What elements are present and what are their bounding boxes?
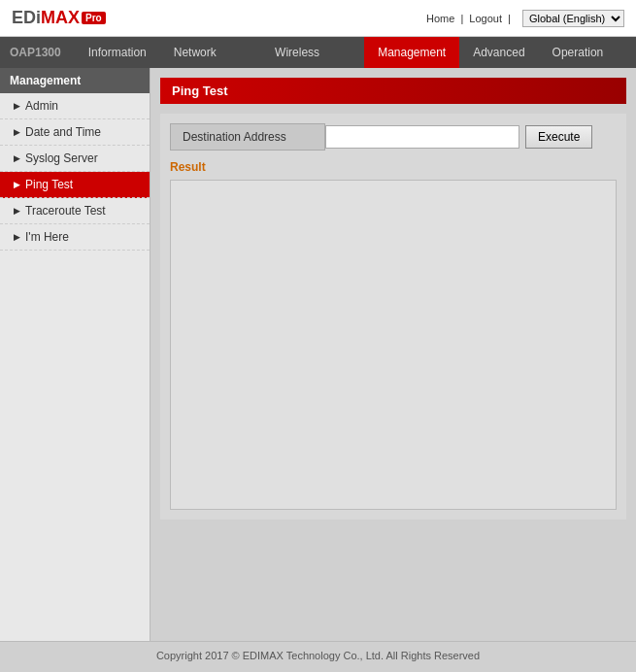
sidebar-header: Management — [0, 68, 150, 93]
content-inner: Destination Address Execute Result — [160, 114, 626, 520]
sidebar-label-traceroute-test: Traceroute Test — [25, 204, 106, 218]
sidebar-label-ping-test: Ping Test — [25, 178, 73, 191]
sidebar-item-traceroute-test[interactable]: ▶ Traceroute Test — [0, 198, 150, 224]
navbar: OAP1300 Information Network Settings Wir… — [0, 37, 636, 68]
sidebar-item-syslog-server[interactable]: ▶ Syslog Server — [0, 146, 150, 172]
nav-management[interactable]: Management — [364, 37, 459, 68]
sidebar-item-admin[interactable]: ▶ Admin — [0, 93, 150, 119]
sidebar-item-im-here[interactable]: ▶ I'm Here — [0, 224, 150, 251]
sep2: | — [508, 13, 511, 24]
page-title: Ping Test — [160, 78, 626, 104]
language-select[interactable]: Global (English) — [522, 10, 624, 27]
destination-address-row: Destination Address Execute — [170, 123, 617, 151]
logo-area: EDiMAX Pro — [12, 8, 106, 28]
sidebar-label-admin: Admin — [25, 99, 58, 113]
nav-advanced[interactable]: Advanced — [459, 37, 538, 68]
nav-information[interactable]: Information — [75, 37, 160, 68]
logo-pro: Pro — [82, 12, 106, 24]
logo: EDiMAX — [12, 8, 80, 28]
device-name: OAP1300 — [10, 46, 75, 59]
sidebar-label-syslog-server: Syslog Server — [25, 151, 98, 165]
arrow-icon: ▶ — [14, 127, 20, 137]
arrow-icon: ▶ — [14, 232, 20, 242]
destination-address-label: Destination Address — [170, 123, 325, 151]
nav-operation-mode[interactable]: Operation Mode — [539, 37, 636, 68]
nav-wireless-settings[interactable]: Wireless Settings — [261, 37, 364, 68]
header-links: Home | Logout | Global (English) — [426, 10, 624, 27]
destination-address-input[interactable] — [325, 125, 519, 149]
result-label: Result — [170, 160, 617, 174]
footer-text: Copyright 2017 © EDIMAX Technology Co., … — [156, 650, 480, 661]
sidebar-item-ping-test[interactable]: ▶ Ping Test — [0, 172, 150, 198]
arrow-icon: ▶ — [14, 153, 20, 163]
sidebar: Management ▶ Admin ▶ Date and Time ▶ Sys… — [0, 68, 151, 641]
sidebar-label-date-and-time: Date and Time — [25, 125, 101, 139]
sidebar-item-date-and-time[interactable]: ▶ Date and Time — [0, 119, 150, 146]
content: Ping Test Destination Address Execute Re… — [151, 68, 636, 641]
sidebar-label-im-here: I'm Here — [25, 230, 69, 244]
header: EDiMAX Pro Home | Logout | Global (Engli… — [0, 0, 636, 37]
arrow-icon: ▶ — [14, 206, 20, 216]
result-box — [170, 180, 617, 510]
sep1: | — [460, 13, 463, 24]
main-layout: Management ▶ Admin ▶ Date and Time ▶ Sys… — [0, 68, 636, 641]
execute-button[interactable]: Execute — [525, 125, 592, 149]
nav-network-settings[interactable]: Network Settings — [160, 37, 261, 68]
home-link[interactable]: Home — [426, 13, 454, 24]
arrow-icon: ▶ — [14, 101, 20, 111]
footer: Copyright 2017 © EDIMAX Technology Co., … — [0, 641, 636, 669]
logo-max: MAX — [41, 8, 80, 27]
logout-link[interactable]: Logout — [469, 13, 502, 24]
arrow-icon: ▶ — [14, 180, 20, 189]
logo-edi: EDi — [12, 8, 41, 27]
